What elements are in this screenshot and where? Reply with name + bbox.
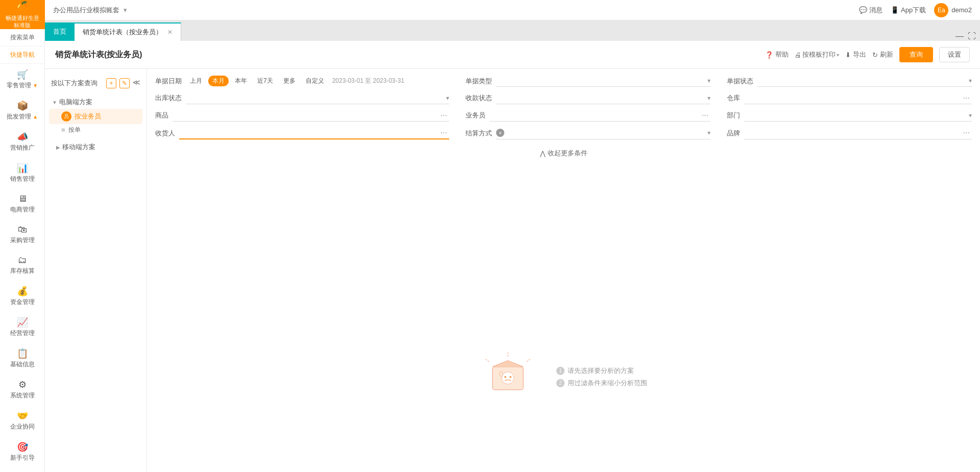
sidebar-item-sales[interactable]: 📊 销售管理: [0, 157, 45, 188]
app-download-btn[interactable]: 📱 App下载: [891, 6, 926, 15]
date-btn-this-month[interactable]: 本月: [208, 76, 229, 86]
user-name-label: demo2: [951, 6, 972, 14]
sidebar-item-finance[interactable]: 💰 资金管理: [0, 280, 45, 312]
sp-collapse-btn[interactable]: ≪: [133, 78, 140, 88]
scheme-group-mobile-title[interactable]: ▶ 移动端方案: [49, 140, 142, 154]
sidebar-item-operations[interactable]: 📈 经营管理: [0, 312, 45, 343]
sidebar-label-newbie: 新手引导: [10, 454, 35, 461]
paymethod-chevron: ▾: [707, 129, 710, 136]
user-area[interactable]: Ea demo2: [934, 3, 972, 17]
outstatus-chevron: ▾: [446, 95, 449, 102]
sidebar-item-app-center[interactable]: 📱 应用中心: [0, 467, 45, 472]
refresh-btn[interactable]: ↻ 刷新: [872, 50, 893, 59]
sp-add-btn[interactable]: +: [106, 78, 116, 88]
sp-actions: + ✎ ≪: [106, 78, 140, 88]
scheme-item-salesman-label: 按业务员: [75, 112, 101, 121]
sidebar-item-marketing[interactable]: 📣 营销推广: [0, 126, 45, 157]
main-area: 办公用品行业模拟账套 ▾ 💬 消息 📱 App下载 Ea demo2 首页: [45, 0, 980, 472]
goods-input-area: ···: [173, 109, 449, 122]
paymethod-tag: ×: [496, 129, 504, 137]
salesman-input[interactable]: [489, 109, 700, 121]
tab-sales-stat[interactable]: 销货单统计表（按业务员） ✕: [75, 22, 181, 41]
sidebar-item-retail[interactable]: 🛒 零售管理 ▼: [0, 64, 45, 95]
warehouse-input[interactable]: [744, 92, 961, 104]
sidebar-item-purchase[interactable]: 🛍 采购管理: [0, 219, 45, 250]
date-btn-more[interactable]: 更多: [279, 76, 300, 86]
help-label: 帮助: [775, 50, 789, 59]
sidebar-item-inventory[interactable]: 🗂 库存核算: [0, 250, 45, 280]
filter-salesman-item: 业务员 ···: [465, 109, 710, 122]
tabs-controls: — ⛶: [951, 32, 980, 41]
message-btn[interactable]: 💬 消息: [859, 6, 883, 15]
template-print-label: 按模板打印: [802, 50, 836, 59]
help-icon: ❓: [765, 51, 773, 59]
sales-icon: 📊: [0, 162, 45, 174]
scheme-item-salesman[interactable]: 员 按业务员: [49, 109, 142, 124]
filter-row-2: 出库状态 ▾ 收款状态 ▾: [155, 92, 972, 104]
print-icon: 🖨: [795, 51, 801, 59]
collapse-conditions-btn[interactable]: ⋀ 收起更多条件: [540, 149, 587, 158]
tab-maximize-btn[interactable]: ⛶: [968, 32, 976, 41]
filter-doctype-item: 单据类型 ▾: [465, 75, 710, 87]
left-sidebar: 🍊 畅捷通好生意 标准版 搜索菜单 快捷导航 🛒 零售管理 ▼ 📦 批发管理 ▲…: [0, 0, 45, 472]
filter-dept-item: 部门 ▾: [727, 110, 972, 122]
avatar-text: Ea: [938, 7, 945, 14]
recvstatus-select[interactable]: ▾: [496, 92, 710, 104]
sidebar-item-cooperation[interactable]: 🤝 企业协同: [0, 405, 45, 436]
refresh-label: 刷新: [880, 50, 893, 59]
salesman-circle-icon: 员: [61, 111, 71, 122]
date-btn-this-year[interactable]: 本年: [231, 76, 251, 86]
warehouse-more-icon[interactable]: ···: [961, 93, 972, 103]
salesman-input-area: ···: [489, 109, 710, 122]
goods-input[interactable]: [173, 109, 438, 121]
recvperson-more-icon[interactable]: ···: [438, 128, 449, 137]
scheme-item-order[interactable]: ≡ 按单: [49, 124, 142, 136]
dept-select[interactable]: ▾: [744, 110, 972, 122]
doctype-select[interactable]: ▾: [496, 75, 710, 87]
sidebar-item-ecommerce[interactable]: 🖥 电商管理: [0, 188, 45, 219]
recvstatus-label: 收款状态: [465, 93, 492, 103]
brand-input[interactable]: [744, 127, 961, 139]
quick-nav-btn[interactable]: 快捷导航: [0, 46, 45, 64]
settings-button[interactable]: 设置: [939, 47, 970, 62]
sp-edit-btn[interactable]: ✎: [119, 78, 130, 88]
outstatus-select[interactable]: ▾: [186, 92, 449, 104]
app-dropdown-icon[interactable]: ▾: [124, 6, 127, 14]
search-menu-btn[interactable]: 搜索菜单: [0, 29, 45, 46]
sidebar-label-finance: 资金管理: [10, 298, 35, 305]
goods-more-icon[interactable]: ···: [438, 111, 449, 120]
topbar-right: 💬 消息 📱 App下载 Ea demo2: [859, 3, 972, 17]
sidebar-item-system[interactable]: ⚙ 系统管理: [0, 374, 45, 405]
sidebar-label-purchase: 采购管理: [10, 237, 35, 244]
svg-point-2: [504, 376, 506, 378]
message-label: 消息: [869, 6, 883, 15]
sidebar-item-basic-info[interactable]: 📋 基础信息: [0, 343, 45, 374]
date-btn-custom[interactable]: 自定义: [302, 76, 328, 86]
tab-minimize-btn[interactable]: —: [955, 32, 964, 41]
sidebar-item-newbie[interactable]: 🎯 新手引导: [0, 436, 45, 467]
recvperson-input[interactable]: [179, 127, 438, 138]
scheme-group-desktop-title[interactable]: ▼ 电脑端方案: [49, 96, 142, 109]
docstatus-select[interactable]: ▾: [757, 75, 972, 87]
logo-sub: 标准版: [14, 21, 31, 29]
tab-home[interactable]: 首页: [45, 22, 75, 41]
tab-home-label: 首页: [53, 27, 66, 36]
tab-close-icon[interactable]: ✕: [167, 29, 173, 36]
paymethod-select[interactable]: × ▾: [496, 127, 710, 139]
export-btn[interactable]: ⬇ 导出: [845, 50, 866, 59]
tip-text-1: 请先选择要分析的方案: [568, 366, 634, 375]
paymethod-clear-icon[interactable]: ×: [496, 129, 504, 137]
scheme-group-mobile: ▶ 移动端方案: [45, 140, 146, 154]
sidebar-label-ecommerce: 电商管理: [10, 206, 35, 213]
sidebar-item-wholesale[interactable]: 📦 批发管理 ▲: [0, 95, 45, 126]
date-btn-7days[interactable]: 近7天: [253, 76, 277, 86]
brand-more-icon[interactable]: ···: [961, 128, 972, 137]
help-btn[interactable]: ❓ 帮助: [765, 50, 789, 59]
query-button[interactable]: 查询: [899, 47, 933, 62]
template-print-btn[interactable]: 🖨 按模板打印 ▾: [795, 50, 839, 59]
salesman-more-icon[interactable]: ···: [700, 111, 710, 120]
app-logo: 🍊 畅捷通好生意 标准版: [0, 0, 45, 29]
docstatus-chevron: ▾: [969, 77, 972, 84]
page-content: 销货单统计表(按业务员) ❓ 帮助 🖨 按模板打印 ▾ ⬇ 导出 ↻ 刷新: [45, 41, 980, 472]
date-btn-last-month[interactable]: 上月: [186, 76, 206, 86]
